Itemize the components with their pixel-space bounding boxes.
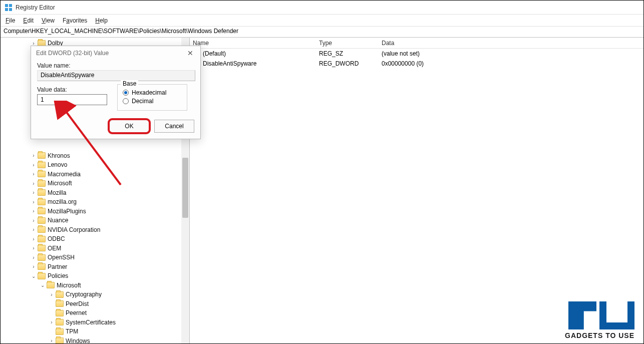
folder-icon [38, 208, 46, 214]
window-title: Registry Editor [16, 4, 55, 11]
chevron-right-icon[interactable]: › [31, 208, 37, 214]
tree-item[interactable]: ›Windows [1, 336, 189, 344]
chevron-right-icon[interactable]: › [31, 199, 37, 205]
menu-favorites[interactable]: Favorites [63, 17, 87, 24]
chevron-right-icon[interactable]: › [31, 153, 37, 158]
chevron-right-icon[interactable]: › [49, 292, 55, 297]
folder-icon [38, 245, 46, 251]
tree-item-label: Peernet [66, 309, 87, 316]
radio-dec-indicator[interactable] [123, 98, 129, 104]
value-data-input[interactable] [37, 94, 107, 105]
dialog-title-text: Edit DWORD (32-bit) Value [36, 50, 109, 57]
tree-item[interactable]: Peernet [1, 308, 189, 318]
tree-item-label: OEM [48, 245, 61, 252]
chevron-right-icon[interactable]: › [49, 338, 55, 343]
tree-item[interactable]: ›MozillaPlugins [1, 207, 189, 216]
list-header[interactable]: Name Type Data [190, 38, 643, 49]
col-header-type[interactable]: Type [319, 40, 382, 47]
tree-item[interactable]: ›Nuance [1, 216, 189, 225]
value-name: (Default) [203, 50, 226, 57]
chevron-down-icon[interactable]: ⌄ [40, 282, 46, 288]
menu-help[interactable]: Help [95, 17, 108, 24]
tree-item[interactable]: ›Macromedia [1, 170, 189, 179]
radio-decimal[interactable]: Decimal [123, 98, 182, 105]
chevron-right-icon[interactable]: › [31, 162, 37, 168]
tree-item[interactable]: TPM [1, 327, 189, 336]
dialog-close-button[interactable]: ✕ [185, 49, 195, 57]
tree-item[interactable]: ›SystemCertificates [1, 318, 189, 327]
chevron-right-icon[interactable]: › [31, 171, 37, 177]
chevron-right-icon[interactable]: › [31, 218, 37, 223]
tree-item-label: Mozilla [48, 189, 66, 196]
menu-edit[interactable]: Edit [23, 17, 34, 24]
tree-item-label: NVIDIA Corporation [48, 226, 100, 233]
folder-icon [38, 263, 46, 270]
tree-item-label: Microsoft [48, 180, 72, 187]
list-row[interactable]: ab(Default)REG_SZ(value not set) [190, 49, 643, 59]
folder-icon [38, 180, 46, 187]
chevron-down-icon[interactable]: ⌄ [31, 273, 37, 279]
value-data-label: Value data: [37, 86, 107, 93]
chevron-right-icon[interactable]: › [49, 319, 55, 325]
folder-icon [56, 319, 64, 325]
folder-icon [38, 226, 46, 233]
base-group: Base Hexadecimal Decimal [117, 84, 187, 111]
svg-rect-1 [9, 4, 12, 7]
tree-item[interactable]: ›NVIDIA Corporation [1, 225, 189, 235]
watermark: GADGETS TO USE [565, 301, 634, 339]
col-header-name[interactable]: Name [190, 40, 319, 47]
ok-button[interactable]: OK [109, 120, 149, 133]
folder-icon [38, 236, 46, 242]
tree-item[interactable]: ⌄Policies [1, 271, 189, 281]
tree-item-label: TPM [66, 328, 78, 335]
radio-hexadecimal[interactable]: Hexadecimal [123, 89, 182, 96]
chevron-right-icon[interactable]: › [31, 236, 37, 242]
value-name: DisableAntiSpyware [203, 60, 256, 67]
menu-bar: File Edit View Favorites Help [1, 15, 643, 27]
address-bar[interactable]: Computer\HKEY_LOCAL_MACHINE\SOFTWARE\Pol… [1, 27, 643, 38]
chevron-right-icon[interactable]: › [31, 264, 37, 269]
tree-item[interactable]: ›ODBC [1, 234, 189, 244]
svg-rect-0 [5, 4, 8, 7]
base-legend: Base [121, 80, 138, 87]
chevron-right-icon[interactable]: › [31, 255, 37, 260]
tree-item-label: SystemCertificates [66, 319, 116, 326]
tree-item[interactable]: ›mozilla.org [1, 197, 189, 207]
folder-icon [38, 152, 46, 159]
tree-item[interactable]: PeerDist [1, 299, 189, 309]
tree-item[interactable]: ›Mozilla [1, 188, 189, 198]
tree-item[interactable]: ›Khronos [1, 151, 189, 161]
tree-item-label: ODBC [48, 235, 65, 242]
menu-file[interactable]: File [6, 17, 15, 24]
regedit-icon [5, 4, 13, 12]
tree-scrollbar-thumb[interactable] [182, 158, 188, 218]
list-pane: Name Type Data ab(Default)REG_SZ(value n… [190, 38, 643, 343]
folder-icon [56, 337, 64, 343]
tree-item[interactable]: ⌄Microsoft [1, 281, 189, 290]
radio-hex-indicator[interactable] [123, 90, 129, 96]
value-type: REG_DWORD [319, 60, 382, 67]
value-name-label: Value name: [37, 62, 194, 69]
menu-view[interactable]: View [42, 17, 55, 24]
tree-item-label: Microsoft [57, 282, 81, 289]
tree-item[interactable]: ›Cryptography [1, 290, 189, 299]
chevron-right-icon[interactable]: › [31, 245, 37, 251]
tree-item[interactable]: ›Microsoft [1, 179, 189, 188]
tree-item[interactable]: ›Partner [1, 262, 189, 272]
tree-item[interactable]: ›OpenSSH [1, 253, 189, 262]
cancel-button[interactable]: Cancel [154, 120, 194, 133]
tree-item-label: Lenovo [48, 161, 67, 168]
tree-item[interactable]: ›Lenovo [1, 160, 189, 170]
tree-item-label: mozilla.org [48, 198, 77, 205]
radio-hex-label: Hexadecimal [132, 89, 166, 96]
chevron-right-icon[interactable]: › [31, 227, 37, 232]
tree-item[interactable]: ›OEM [1, 244, 189, 253]
folder-icon [38, 199, 46, 205]
value-data: 0x00000000 (0) [382, 60, 643, 67]
chevron-right-icon[interactable]: › [31, 190, 37, 195]
svg-rect-3 [9, 8, 12, 11]
list-row[interactable]: 01DisableAntiSpywareREG_DWORD0x00000000 … [190, 59, 643, 69]
col-header-data[interactable]: Data [382, 40, 643, 47]
chevron-right-icon[interactable]: › [31, 181, 37, 186]
dialog-titlebar[interactable]: Edit DWORD (32-bit) Value ✕ [31, 46, 200, 60]
